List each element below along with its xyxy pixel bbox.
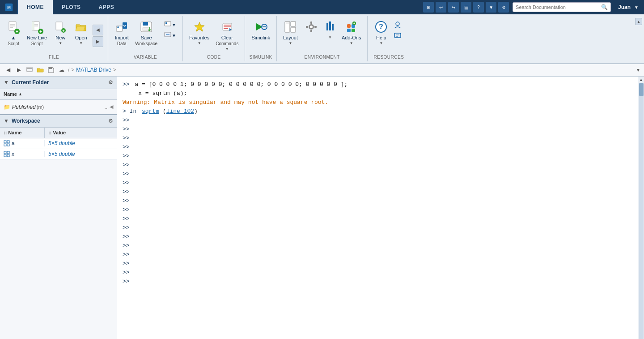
layout-button[interactable]: Layout ▼ (280, 18, 301, 48)
help-circle-btn[interactable]: ? (473, 2, 484, 13)
nav-next-button[interactable]: ▶ (93, 36, 103, 47)
cmd-sqrtm-link[interactable]: sqrtm (142, 107, 159, 116)
addr-forward-btn[interactable]: ▶ (14, 65, 23, 74)
current-folder-gear-btn[interactable]: ⚙ (108, 79, 113, 86)
cmd-empty-10: >> (123, 197, 632, 206)
user-dropdown-icon[interactable]: ▼ (634, 5, 639, 10)
svg-rect-71 (7, 154, 9, 157)
ribbon-section-file: + ▲ Script + (0, 16, 108, 61)
col-header-name[interactable]: Name ▲ (0, 91, 117, 97)
workspace-section: ▼ Workspace ⚙ :: Name :: Value (0, 114, 117, 339)
ribbon-variable-label: VARIABLE (112, 54, 179, 60)
ribbon-code-label: CODE (186, 54, 241, 60)
right-scrollbar[interactable]: ▲ ▼ (638, 77, 644, 339)
new-dropdown-button[interactable]: + New ▼ (51, 18, 70, 48)
add-ons-arrow-icon: ▼ (350, 41, 353, 46)
ribbon-body: + ▲ Script + (0, 14, 644, 63)
workspace-row-x[interactable]: x 5×5 double (0, 149, 117, 160)
import-data-button[interactable]: Import Data (112, 18, 131, 48)
addr-matlab-drive-link[interactable]: MATLAB Drive (76, 67, 111, 73)
svg-rect-63 (49, 67, 52, 69)
folder-tag: (m) (37, 104, 44, 110)
redo-btn[interactable]: ↪ (448, 2, 459, 13)
svg-point-41 (310, 26, 313, 28)
add-ons-icon: + (344, 20, 359, 34)
parallel-bars-icon (325, 20, 335, 34)
svg-rect-58 (394, 33, 401, 38)
undo-btn[interactable]: ↩ (436, 2, 446, 13)
layout-btn[interactable]: ▤ (461, 2, 471, 13)
add-ons-button[interactable]: + Add-Ons ▼ (339, 18, 364, 48)
ws-col-header-name[interactable]: :: Name (0, 128, 45, 138)
ws-col-header-value[interactable]: :: Value (45, 128, 117, 138)
folder-item-published[interactable]: 📁 Published (m) ... ◀ (0, 102, 117, 112)
command-content[interactable]: >> a = [0 0 0 0 1; 0 0 0 0 0; 0 0 0 0 0;… (117, 77, 638, 339)
save-workspace-label2: Workspace (135, 41, 157, 47)
ribbon-code-items: Favorites ▼ Clear Co (186, 18, 241, 54)
open-label: Open (75, 35, 87, 41)
addr-up-btn[interactable] (25, 65, 34, 74)
new-dropdown-arrow-icon: ▼ (59, 41, 62, 46)
current-folder-collapse-btn[interactable]: ▼ (4, 79, 9, 86)
svg-rect-65 (7, 141, 9, 143)
cmd-line-input2: x = sqrtm (a); (123, 89, 632, 98)
search-documentation-box[interactable]: 🔍 (513, 2, 611, 12)
layout-arrow-icon: ▼ (289, 41, 292, 46)
tab-home[interactable]: HOME (18, 0, 53, 14)
var-extra-btn1[interactable]: ▼ (162, 20, 178, 30)
addr-back-btn[interactable]: ◀ (4, 65, 13, 74)
favorites-icon (192, 20, 207, 34)
parallel-bars-button[interactable]: ▼ (322, 18, 338, 42)
var-extra-label: ▼ (172, 22, 176, 28)
addr-save-btn[interactable] (47, 65, 55, 74)
preferences-button[interactable] (301, 18, 321, 37)
workspace-gear-btn[interactable]: ⚙ (108, 118, 113, 124)
cmd-empty-prompt-6: >> (123, 161, 130, 170)
save-icon-btn[interactable]: ⊞ (423, 2, 434, 13)
simulink-icon (254, 20, 268, 34)
cmd-line102-link[interactable]: line 102 (166, 107, 194, 116)
favorites-button[interactable]: Favorites ▼ (186, 18, 212, 48)
cmd-empty-prompt-1: >> (123, 116, 130, 125)
ws-col-value-label: Value (53, 130, 66, 135)
help-icon: ? (374, 20, 388, 34)
ribbon-collapse-btn[interactable]: ▲ (635, 18, 642, 25)
addr-cloud-btn[interactable]: ☁ (57, 65, 66, 74)
left-panel: ▼ Current Folder ⚙ Name ▲ 📁 Published (m… (0, 77, 117, 339)
settings-btn[interactable]: ⚙ (498, 2, 509, 13)
ws-name-a: a (12, 140, 15, 146)
folder-more-btn[interactable]: ... (105, 104, 109, 110)
addr-expand-btn[interactable]: ▼ (636, 68, 640, 73)
addr-folder-btn[interactable] (36, 65, 45, 74)
scrollbar-up-btn[interactable]: ▲ (639, 77, 643, 82)
workspace-collapse-btn[interactable]: ▼ (4, 118, 9, 124)
save-workspace-button[interactable]: Save Workspace (132, 18, 160, 48)
user-label[interactable]: Juan (618, 4, 631, 10)
tab-plots[interactable]: PLOTS (53, 0, 90, 14)
open-button[interactable]: Open ▼ (71, 18, 91, 48)
var-extra-btn2[interactable]: ▼ (162, 30, 178, 40)
ribbon-section-code: Favorites ▼ Clear Co (183, 16, 245, 61)
community-btn[interactable] (393, 20, 405, 30)
matlab-logo[interactable]: M (0, 0, 18, 14)
simulink-button[interactable]: Simulink (249, 18, 273, 43)
ribbon-section-variable: Import Data Save Wor (108, 16, 183, 61)
scrollbar-track-right[interactable] (639, 83, 644, 339)
tab-apps[interactable]: APPS (90, 0, 123, 14)
help-button[interactable]: ? Help ▼ (371, 18, 391, 48)
clear-commands-button[interactable]: Clear Commands ▼ (213, 18, 241, 54)
ribbon: + ▲ Script + (0, 14, 644, 64)
new-live-script-button[interactable]: + New Live Script (24, 18, 50, 48)
cmd-line-info: > In sqrtm ( line 102 ) (123, 107, 632, 116)
request-btn[interactable] (393, 30, 405, 40)
new-script-button[interactable]: + ▲ Script (4, 18, 23, 48)
ribbon-resources-items: ? Help ▼ (371, 18, 406, 54)
more-btn[interactable]: ▼ (486, 2, 496, 13)
ws-cell-name-x: x (0, 151, 45, 157)
workspace-row-a[interactable]: a 5×5 double (0, 138, 117, 149)
nav-prev-button[interactable]: ◀ (93, 25, 103, 35)
search-documentation-input[interactable] (516, 4, 601, 10)
svg-rect-39 (286, 22, 289, 24)
toolbar-icons: ⊞ ↩ ↪ ▤ ? ▼ ⚙ (423, 2, 509, 13)
cmd-empty-prompt-2: >> (123, 125, 130, 134)
